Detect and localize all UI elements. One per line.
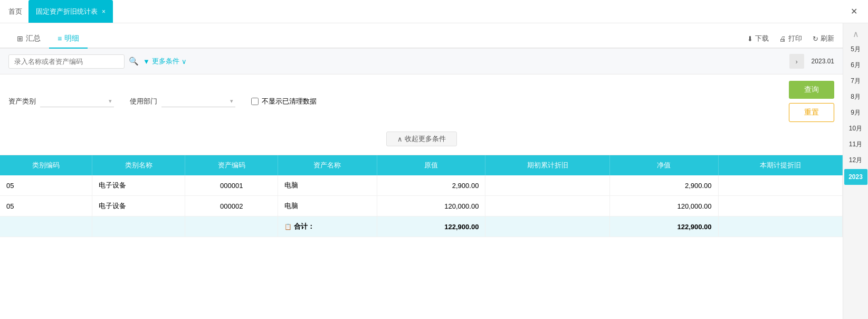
col-current-depreciation: 本期计提折旧 (718, 155, 842, 175)
sidebar-month-item[interactable]: 9月 (844, 105, 867, 120)
collapse-icon: ∧ (397, 135, 403, 143)
cell-category-name: 电子设备 (92, 175, 185, 196)
print-icon: 🖨 (779, 35, 786, 43)
print-button[interactable]: 🖨 打印 (779, 34, 802, 43)
col-category-name: 类别名称 (92, 155, 185, 175)
cell-original-value: 2,900.00 (377, 175, 485, 196)
refresh-button[interactable]: ↻ 刷新 (813, 34, 834, 43)
chevron-down-icon: ∨ (182, 58, 187, 65)
use-dept-select[interactable] (161, 96, 235, 107)
cell-net-value: 120,000.00 (609, 196, 718, 217)
more-filter-button[interactable]: ▼ 更多条件 ∨ (143, 57, 187, 66)
cell-asset-name: 电脑 (278, 196, 377, 217)
content-area: ⊞ 汇总 ≡ 明细 ⬇ 下载 🖨 打印 ↻ 刷新 (0, 23, 868, 319)
asset-category-wrapper (40, 96, 114, 107)
total-net-value: 122,900.00 (609, 217, 718, 237)
col-acc-depreciation: 期初累计折旧 (485, 155, 609, 175)
collapse-button[interactable]: ∧ 收起更多条件 (386, 132, 457, 146)
table-wrapper: 类别编码 类别名称 资产编码 资产名称 原值 期初累计折旧 净值 本期计提折旧 … (0, 155, 843, 319)
asset-category-label: 资产类别 (8, 97, 36, 106)
table-total-row: 📋合计： 122,900.00 122,900.00 (0, 217, 843, 237)
cell-current-depreciation (718, 196, 842, 217)
date-label: 2023.01 (808, 58, 834, 65)
top-nav: 首页 固定资产折旧统计表 × ✕ (0, 0, 868, 23)
col-asset-name: 资产名称 (278, 155, 377, 175)
sidebar-month-item[interactable]: 10月 (844, 120, 867, 136)
table-header-row: 类别编码 类别名称 资产编码 资产名称 原值 期初累计折旧 净值 本期计提折旧 (0, 155, 843, 175)
total-current-depreciation (718, 217, 842, 237)
sidebar-month-item[interactable]: 11月 (844, 136, 867, 152)
sidebar-up-button[interactable]: ∧ (844, 27, 867, 40)
cell-current-depreciation (718, 175, 842, 196)
col-category-code: 类别编码 (0, 155, 92, 175)
print-label: 打印 (788, 34, 802, 43)
main-tab[interactable]: 固定资产折旧统计表 × (28, 0, 113, 23)
checkbox-filter: 不显示已清理数据 (251, 97, 317, 106)
cell-category-code: 05 (0, 175, 92, 196)
search-input[interactable] (8, 54, 125, 69)
sidebar-month-item[interactable]: 8月 (844, 89, 867, 105)
search-bar: 🔍 ▼ 更多条件 ∨ › 2023.01 (0, 49, 843, 74)
use-dept-label: 使用部门 (130, 97, 157, 106)
col-net-value: 净值 (609, 155, 718, 175)
tab-detail-label: 明细 (64, 34, 79, 43)
reset-button[interactable]: 重置 (789, 103, 834, 122)
more-filter-label: 更多条件 (152, 57, 179, 66)
sidebar-year-label[interactable]: 2023 (844, 169, 867, 185)
refresh-icon: ↻ (813, 35, 818, 43)
total-original-value: 122,900.00 (377, 217, 485, 237)
chevron-right-icon: › (795, 58, 797, 65)
cell-acc-depreciation (485, 175, 609, 196)
collapse-label: 收起更多条件 (405, 134, 446, 144)
use-dept-wrapper (161, 96, 235, 107)
search-icon[interactable]: 🔍 (129, 57, 139, 66)
hide-cleared-checkbox[interactable] (251, 98, 259, 105)
window-close-icon[interactable]: ✕ (851, 6, 857, 16)
cell-acc-depreciation (485, 196, 609, 217)
tab-label: 固定资产折旧统计表 (36, 7, 98, 16)
tab-detail[interactable]: ≡ 明细 (49, 30, 88, 49)
panel-toggle-button[interactable]: › (789, 54, 804, 69)
sidebar-month-item[interactable]: 12月 (844, 152, 867, 168)
download-icon: ⬇ (747, 35, 753, 43)
cell-category-name: 电子设备 (92, 196, 185, 217)
asset-category-select[interactable] (40, 96, 114, 107)
sidebar-month-item[interactable]: 5月 (844, 41, 867, 57)
filter-icon: ▼ (143, 58, 150, 65)
col-asset-code: 资产编码 (185, 155, 278, 175)
cell-asset-code: 000001 (185, 175, 278, 196)
home-tab[interactable]: 首页 (8, 7, 22, 16)
use-dept-filter: 使用部门 (130, 96, 235, 107)
summary-icon: ⊞ (17, 34, 23, 43)
sidebar-month-item[interactable]: 6月 (844, 57, 867, 73)
total-acc-depreciation (485, 217, 609, 237)
total-empty-2 (92, 217, 185, 237)
sidebar-month-item[interactable]: 7月 (844, 73, 867, 89)
total-empty-3 (185, 217, 278, 237)
tab-summary[interactable]: ⊞ 汇总 (8, 30, 49, 49)
hide-cleared-label: 不显示已清理数据 (262, 97, 317, 106)
table-row: 05 电子设备 000002 电脑 120,000.00 120,000.00 (0, 196, 843, 217)
asset-category-filter: 资产类别 (8, 96, 114, 107)
cell-asset-name: 电脑 (278, 175, 377, 196)
tab-close-icon[interactable]: × (102, 8, 106, 15)
filter-row: 资产类别 使用部门 (8, 81, 834, 122)
toolbar-right: ⬇ 下载 🖨 打印 ↻ 刷新 (747, 34, 834, 48)
total-label: 📋合计： (278, 217, 377, 237)
query-button[interactable]: 查询 (789, 81, 834, 99)
download-label: 下载 (755, 34, 769, 43)
sub-tabs-bar: ⊞ 汇总 ≡ 明细 ⬇ 下载 🖨 打印 ↻ 刷新 (0, 23, 843, 49)
cell-category-code: 05 (0, 196, 92, 217)
cell-original-value: 120,000.00 (377, 196, 485, 217)
right-sidebar: ∧ 5月6月7月8月9月10月11月12月 2023 (843, 23, 868, 319)
table-row: 05 电子设备 000001 电脑 2,900.00 2,900.00 (0, 175, 843, 196)
download-button[interactable]: ⬇ 下载 (747, 34, 769, 43)
main-panel: ⊞ 汇总 ≡ 明细 ⬇ 下载 🖨 打印 ↻ 刷新 (0, 23, 843, 319)
detail-icon: ≡ (58, 34, 62, 43)
tab-summary-label: 汇总 (26, 34, 41, 43)
collapse-row: ∧ 收起更多条件 (8, 127, 834, 151)
up-arrow-icon: ∧ (853, 29, 859, 39)
total-empty-1 (0, 217, 92, 237)
filter-section: 资产类别 使用部门 (0, 74, 843, 155)
cell-asset-code: 000002 (185, 196, 278, 217)
